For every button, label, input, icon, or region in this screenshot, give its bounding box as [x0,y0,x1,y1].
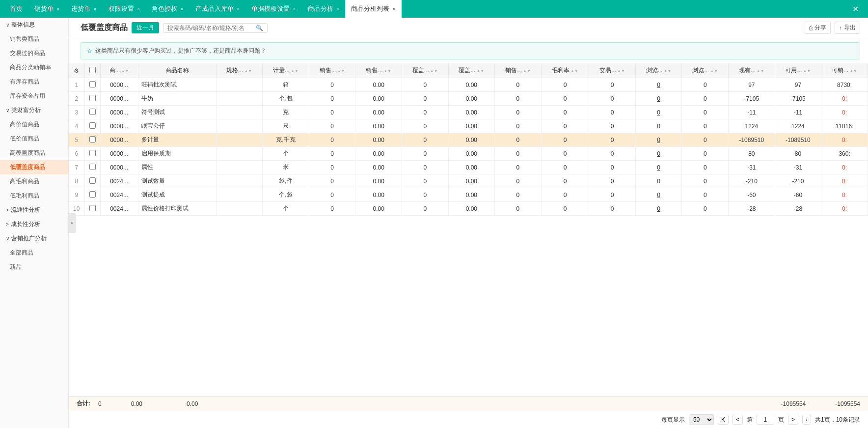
nav-item-角色授权[interactable]: 角色授权× [146,0,189,18]
window-close-button[interactable]: ✕ [846,0,864,18]
nav-close-进货单[interactable]: × [93,6,96,12]
sidebar-item-低覆盖度商品[interactable]: 低覆盖度商品 [0,160,68,174]
col-header-trade[interactable]: 交易...▲▼ [589,63,636,78]
sidebar-group-1[interactable]: ∨类财富分析 [0,103,68,117]
col-header-spec[interactable]: 规格...▲▼ [216,63,263,78]
cell-checkbox[interactable] [84,174,100,188]
nav-item-销货单[interactable]: 销货单× [28,0,65,18]
sidebar-item-低价值商品[interactable]: 低价值商品 [0,132,68,146]
col-header-code[interactable]: 商...▲▼ [100,63,138,78]
nav-close-单据模板设置[interactable]: × [293,6,296,12]
nav-close-权限设置[interactable]: × [137,6,140,12]
cell-browse1[interactable]: 0 [635,78,682,92]
col-header-sales_amt[interactable]: 销售...▲▼ [355,63,402,78]
nav-close-商品分析列表[interactable]: × [392,6,395,12]
cell-browse1[interactable]: 0 [635,92,682,106]
nav-item-商品分析[interactable]: 商品分析× [302,0,345,18]
sidebar-group-4[interactable]: ∨营销推广分析 [0,231,68,246]
export-button[interactable]: ↑ 导出 [835,22,860,34]
nav-item-单据模板设置[interactable]: 单据模板设置× [245,0,301,18]
col-header-current[interactable]: 现有...▲▼ [729,63,775,78]
search-icon[interactable]: 🔍 [256,25,263,31]
col-header-saleable[interactable]: 可销...▲▼ [821,63,868,78]
sidebar-group-3[interactable]: >成长性分析 [0,217,68,231]
sidebar-item-低毛利商品[interactable]: 低毛利商品 [0,189,68,203]
share-button[interactable]: ⎙ 分享 [805,22,831,34]
sidebar-group-2[interactable]: >流通性分析 [0,203,68,217]
next-page-button[interactable]: > [788,415,798,425]
col-header-gear[interactable]: ⚙ [69,63,84,78]
cell-checkbox[interactable] [84,147,100,161]
cell-checkbox[interactable] [84,119,100,133]
col-header-coverage1[interactable]: 覆盖...▲▼ [402,63,448,78]
select-all-checkbox[interactable] [89,67,96,73]
cell-browse1[interactable]: 0 [635,147,682,161]
cell-checkbox[interactable] [84,78,100,92]
table-container[interactable]: ⚙商...▲▼商品名称规格...▲▼计量...▲▼销售...▲▼销售...▲▼覆… [69,63,868,396]
sidebar-item-库存资金占用[interactable]: 库存资金占用 [0,89,68,103]
cell-spec [216,119,263,133]
nav-close-销货单[interactable]: × [56,6,59,12]
col-header-unit[interactable]: 计量...▲▼ [263,63,309,78]
sidebar-item-高价值商品[interactable]: 高价值商品 [0,117,68,132]
col-header-available[interactable]: 可用...▲▼ [775,63,821,78]
nav-item-进货单[interactable]: 进货单× [65,0,102,18]
cell-num: 2 [69,92,84,106]
cell-browse1[interactable]: 0 [635,106,682,119]
cell-browse1[interactable]: 0 [635,188,682,202]
sidebar-item-全部商品[interactable]: 全部商品 [0,246,68,260]
cell-browse1[interactable]: 0 [635,174,682,188]
col-header-sales3[interactable]: 销售...▲▼ [495,63,542,78]
last-page-button[interactable]: › [802,415,811,425]
col-header-checkbox[interactable] [84,63,100,78]
cell-browse2: 0 [682,133,729,147]
cell-browse1[interactable]: 0 [635,161,682,174]
cell-browse1[interactable]: 0 [635,202,682,216]
cell-browse2: 0 [682,174,729,188]
nav-close-角色授权[interactable]: × [180,6,183,12]
sidebar-item-新品[interactable]: 新品 [0,260,68,274]
nav-item-首页[interactable]: 首页 [4,0,28,18]
cell-spec [216,161,263,174]
cell-available: -28 [775,202,821,216]
page-input[interactable] [757,415,774,425]
cell-saleable: 360: [821,147,868,161]
nav-close-产成品入库单[interactable]: × [237,6,240,12]
cell-coverage1: 0 [402,92,448,106]
first-page-button[interactable]: K [718,415,729,425]
search-input[interactable] [167,25,256,31]
col-header-browse1[interactable]: 浏览...▲▼ [635,63,682,78]
nav-close-商品分析[interactable]: × [336,6,339,12]
cell-browse1[interactable]: 0 [635,133,682,147]
cell-checkbox[interactable] [84,133,100,147]
cell-checkbox[interactable] [84,188,100,202]
per-page-select[interactable]: 2050100 [689,414,714,425]
cell-checkbox[interactable] [84,106,100,119]
cell-trade: 0 [589,188,636,202]
sidebar-item-有库存商品[interactable]: 有库存商品 [0,75,68,89]
cell-num: 5 [69,133,84,147]
period-button[interactable]: 近一月 [132,22,159,33]
nav-item-产成品入库单[interactable]: 产成品入库单× [190,0,245,18]
sidebar-item-商品分类动销率[interactable]: 商品分类动销率 [0,60,68,75]
sidebar-group-0[interactable]: ∨整体信息 [0,18,68,32]
nav-item-商品分析列表[interactable]: 商品分析列表× [345,0,401,18]
cell-browse1[interactable]: 0 [635,119,682,133]
sidebar-item-交易过的商品[interactable]: 交易过的商品 [0,46,68,60]
sidebar-item-高毛利商品[interactable]: 高毛利商品 [0,174,68,189]
cell-code: 0000... [100,92,138,106]
col-header-margin[interactable]: 毛利率▲▼ [541,63,589,78]
col-header-browse2[interactable]: 浏览...▲▼ [682,63,729,78]
col-header-coverage2[interactable]: 覆盖...▲▼ [448,63,495,78]
cell-sales_amt: 0.00 [355,133,402,147]
col-header-name[interactable]: 商品名称 [138,63,216,78]
nav-item-权限设置[interactable]: 权限设置× [103,0,146,18]
prev-page-button[interactable]: < [732,415,743,425]
sidebar-item-销售类商品[interactable]: 销售类商品 [0,32,68,46]
cell-checkbox[interactable] [84,161,100,174]
cell-checkbox[interactable] [84,202,100,216]
cell-checkbox[interactable] [84,92,100,106]
col-header-sales_qty[interactable]: 销售...▲▼ [309,63,355,78]
sidebar-item-高覆盖度商品[interactable]: 高覆盖度商品 [0,146,68,160]
sidebar-collapse-button[interactable]: « [69,213,76,233]
